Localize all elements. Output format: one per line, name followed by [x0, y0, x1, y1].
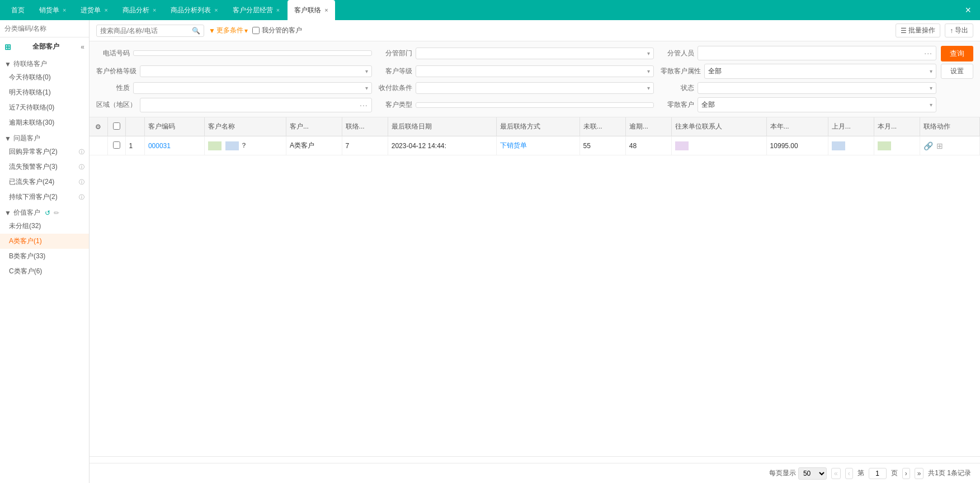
close-all-tabs[interactable]: ×: [960, 4, 976, 16]
more-filters-btn[interactable]: ▼ 更多条件 ▾: [209, 26, 248, 35]
filter-price-level-label: 客户价格等级: [96, 67, 136, 76]
filter-customer-type-input[interactable]: [416, 102, 654, 108]
action-link-icon[interactable]: 🔗: [924, 141, 933, 150]
filter-customer-level-select[interactable]: ▾: [416, 65, 654, 77]
th-name[interactable]: 客户名称: [204, 117, 286, 136]
filter-price-level: 客户价格等级 ▾: [96, 65, 372, 77]
filter-nature-select[interactable]: ▾: [133, 82, 372, 94]
last-contact-way-link[interactable]: 下销货单: [500, 141, 527, 149]
th-last-contact-date[interactable]: 最后联络日期: [388, 117, 496, 136]
last-page-btn[interactable]: »: [915, 468, 924, 479]
action-cell: 🔗 ⊞: [924, 141, 976, 150]
nav-tab-customer-segment[interactable]: 客户分层经营 ×: [226, 0, 286, 20]
close-customer-segment-tab[interactable]: ×: [276, 7, 280, 13]
page-size-select[interactable]: 20 50 100 200: [798, 467, 827, 480]
th-contact[interactable]: 联络...: [342, 117, 388, 136]
main-search-icon[interactable]: 🔍: [192, 27, 200, 35]
sidebar-item-overdue-contact[interactable]: 逾期未联络(30): [0, 115, 89, 130]
next-page-btn[interactable]: ›: [902, 468, 910, 479]
sidebar-item-churn-warning[interactable]: 流失预警客户(3) ⓘ: [0, 159, 89, 174]
filter-row-4: 区域（地区） ··· 客户类型 零散客户 全部▾: [96, 97, 936, 112]
close-goods-analysis-list-tab[interactable]: ×: [214, 7, 218, 13]
filter-status-select[interactable]: ▾: [698, 82, 936, 94]
batch-operation-btn[interactable]: ☰ 批量操作: [896, 23, 940, 37]
nav-tab-sales[interactable]: 销货单 ×: [32, 0, 73, 20]
filter-status-label: 状态: [661, 83, 694, 93]
filter-row-3: 性质 ▾ 收付款条件 ▾ 状态: [96, 82, 936, 94]
info-icon-3: ⓘ: [79, 193, 84, 201]
nav-tab-goods-analysis-list[interactable]: 商品分析列表 ×: [164, 0, 224, 20]
filter-region-input[interactable]: ···: [140, 98, 372, 112]
close-sales-tab[interactable]: ×: [63, 7, 66, 13]
filter-icon: ▼: [209, 27, 215, 35]
sidebar-item-week-contact[interactable]: 近7天待联络(0): [0, 100, 89, 115]
filter-bar: 🔍 ▼ 更多条件 ▾ 我分管的客户 ☰ 批量操作 ↑ 导出: [89, 20, 980, 41]
my-customers-filter: 我分管的客户: [252, 26, 302, 35]
filter-retail-customer-select[interactable]: 全部▾: [698, 97, 936, 112]
close-customer-contact-tab[interactable]: ×: [324, 7, 328, 13]
sidebar-item-repurchase-abnormal[interactable]: 回购异常客户(2) ⓘ: [0, 144, 89, 159]
sidebar-item-c-class[interactable]: C类客户(6): [0, 264, 89, 279]
filter-phone-input[interactable]: [133, 50, 372, 56]
nav-tab-home[interactable]: 首页: [4, 0, 31, 20]
query-button[interactable]: 查询: [941, 46, 973, 61]
filter-price-level-select[interactable]: ▾: [140, 65, 372, 77]
sidebar-item-today-contact[interactable]: 今天待联络(0): [0, 70, 89, 85]
td-code[interactable]: 000031: [144, 136, 204, 155]
close-purchase-tab[interactable]: ×: [104, 7, 107, 13]
th-this-year[interactable]: 本年...: [766, 117, 828, 136]
customer-table: ⚙ 客户编码 客户名称 客户...: [89, 117, 980, 155]
sidebar-item-tomorrow-contact[interactable]: 明天待联络(1): [0, 85, 89, 100]
batch-icon: ☰: [901, 27, 907, 35]
filter-customer-level-label: 客户等级: [379, 67, 412, 76]
filter-right-actions: ☰ 批量操作 ↑ 导出: [896, 23, 973, 37]
export-btn[interactable]: ↑ 导出: [945, 23, 973, 37]
th-no-contact[interactable]: 未联...: [579, 117, 625, 136]
pagination-bar: 每页显示 20 50 100 200 « ‹ 第 页 › » 共1页 1条记录: [89, 463, 980, 483]
sidebar-item-declining[interactable]: 持续下滑客户(2) ⓘ: [0, 190, 89, 205]
td-action: 🔗 ⊞: [920, 136, 980, 155]
settings-button[interactable]: 设置: [941, 64, 973, 79]
filter-dept-select[interactable]: ▾: [416, 48, 654, 59]
prev-page-btn[interactable]: ‹: [845, 468, 853, 479]
nav-tab-customer-contact[interactable]: 客户联络 ×: [288, 0, 334, 20]
horizontal-scrollbar[interactable]: [89, 456, 980, 463]
sidebar-item-churned[interactable]: 已流失客户(24) ⓘ: [0, 174, 89, 190]
th-code[interactable]: 客户编码: [144, 117, 204, 136]
row-checkbox[interactable]: [113, 141, 120, 149]
filter-manager-input[interactable]: ···: [698, 46, 936, 60]
page-number-input[interactable]: [869, 468, 887, 479]
total-records-label: 共1页 1条记录: [928, 468, 971, 478]
filter-retail-customer: 零散客户 全部▾: [661, 97, 936, 112]
th-type[interactable]: 客户...: [286, 117, 342, 136]
th-settings[interactable]: ⚙: [89, 117, 107, 136]
sidebar-item-unclassified[interactable]: 未分组(32): [0, 219, 89, 234]
sidebar-item-b-class[interactable]: B类客户(33): [0, 249, 89, 264]
th-unit-contact[interactable]: 往来单位联系人: [672, 117, 767, 136]
filter-manager-label: 分管人员: [661, 49, 694, 58]
td-last-contact-way[interactable]: 下销货单: [497, 136, 580, 155]
value-edit-icon[interactable]: ✏: [54, 209, 59, 217]
first-page-btn[interactable]: «: [831, 468, 841, 479]
filter-nature: 性质 ▾: [96, 82, 372, 94]
main-search-input[interactable]: [100, 27, 190, 35]
filter-retail-attr-select[interactable]: 全部▾: [704, 64, 936, 79]
th-last-contact-way[interactable]: 最后联络方式: [497, 117, 580, 136]
filter-customer-type: 客户类型: [379, 100, 654, 110]
nav-tab-purchase[interactable]: 进货单 ×: [74, 0, 114, 20]
close-goods-analysis-tab[interactable]: ×: [153, 7, 156, 13]
action-grid-icon[interactable]: ⊞: [936, 141, 943, 150]
th-last-month[interactable]: 上月...: [828, 117, 874, 136]
td-no-contact: 55: [579, 136, 625, 155]
name-color-block-1: [208, 141, 222, 150]
filter-payment-select[interactable]: ▾: [416, 82, 654, 94]
my-customers-checkbox[interactable]: [252, 27, 260, 34]
sidebar-collapse-icon[interactable]: «: [81, 43, 84, 51]
th-this-month[interactable]: 本月...: [874, 117, 920, 136]
nav-tab-goods-analysis[interactable]: 商品分析 ×: [116, 0, 163, 20]
value-refresh-icon[interactable]: ↺: [45, 209, 50, 217]
sidebar-search-input[interactable]: [4, 25, 88, 32]
select-all-checkbox[interactable]: [113, 122, 120, 130]
sidebar-item-a-class[interactable]: A类客户(1): [0, 234, 89, 249]
th-overdue[interactable]: 逾期...: [625, 117, 671, 136]
